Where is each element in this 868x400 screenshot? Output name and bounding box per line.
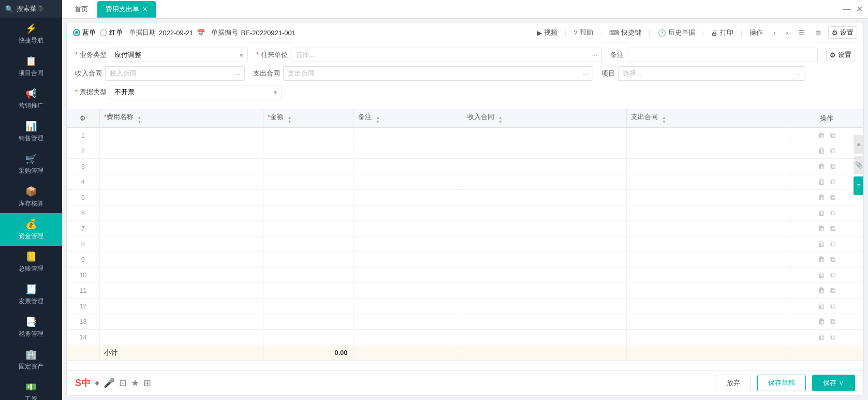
sidebar-item-salary[interactable]: 💵 工资 (0, 376, 62, 400)
sidebar-item-invoice[interactable]: 🧾 发票管理 (0, 278, 62, 311)
expense-name-cell-13[interactable] (99, 314, 263, 330)
income-contract-cell-12[interactable] (463, 299, 627, 314)
income-contract-cell-1[interactable] (463, 128, 627, 143)
amount-cell-11[interactable] (263, 283, 354, 299)
star-icon[interactable]: ★ (131, 377, 139, 389)
note-cell-5[interactable] (354, 190, 463, 205)
sidebar-item-project-contract[interactable]: 📋 项目合同 (0, 50, 62, 83)
expense-contract-input[interactable]: 支出合同 ··· (283, 66, 593, 81)
sidebar-item-accounting[interactable]: 📒 总账管理 (0, 246, 62, 278)
save-draft-button[interactable]: 保存草稿 (757, 375, 806, 391)
amount-cell-4[interactable] (263, 174, 354, 190)
sidebar-search[interactable]: 🔍 搜索菜单 (0, 0, 62, 18)
diamond-icon[interactable]: ♦ (95, 378, 99, 389)
copy-icon-13[interactable]: ⧉ (830, 317, 835, 325)
note-input[interactable] (627, 48, 818, 62)
delete-icon-4[interactable]: 🗑 (818, 177, 825, 186)
calendar-icon[interactable]: 📅 (197, 29, 205, 37)
amount-cell-1[interactable] (263, 128, 354, 143)
income-contract-cell-2[interactable] (463, 143, 627, 159)
copy-icon-3[interactable]: ⧉ (830, 162, 835, 170)
income-contract-input[interactable]: 收入合同 ··· (105, 66, 245, 81)
income-contract-cell-9[interactable] (463, 252, 627, 268)
income-contract-cell-8[interactable] (463, 236, 627, 252)
delete-icon-9[interactable]: 🗑 (818, 255, 825, 263)
copy-icon-8[interactable]: ⧉ (830, 240, 835, 248)
note-cell-2[interactable] (354, 143, 463, 159)
sidebar-item-inventory[interactable]: 📦 库存核算 (0, 181, 62, 213)
sidebar-item-tax[interactable]: 📑 税务管理 (0, 311, 62, 344)
delete-icon-2[interactable]: 🗑 (818, 146, 825, 155)
close-button[interactable]: ✕ (855, 3, 864, 15)
partner-input[interactable]: 选择... ··· (291, 48, 602, 62)
expense-contract-cell-5[interactable] (627, 190, 790, 205)
sidebar-item-procurement[interactable]: 🛒 采购管理 (0, 148, 62, 181)
sort-income-icon[interactable]: ▲▼ (498, 116, 503, 124)
col-settings-header[interactable]: ⚙ (67, 109, 99, 128)
copy-icon-7[interactable]: ⧉ (830, 224, 835, 232)
note-cell-8[interactable] (354, 236, 463, 252)
expense-contract-cell-1[interactable] (627, 128, 790, 143)
expense-name-cell-10[interactable] (99, 268, 263, 283)
tab-close-expense[interactable]: ✕ (142, 6, 148, 13)
expense-name-cell-7[interactable] (99, 221, 263, 236)
sidebar-item-quick-nav[interactable]: ⚡ 快捷导航 (0, 18, 62, 50)
amount-cell-7[interactable] (263, 221, 354, 236)
note-cell-7[interactable] (354, 221, 463, 236)
set-button-right[interactable]: ⚙ 设置 (826, 49, 855, 61)
delete-icon-7[interactable]: 🗑 (818, 224, 825, 232)
save-button[interactable]: 保存 ∨ (812, 375, 855, 391)
nav-prev-button[interactable]: ‹ (770, 28, 778, 38)
expense-name-cell-11[interactable] (99, 283, 263, 299)
discard-button[interactable]: 放弃 (716, 375, 751, 391)
history-button[interactable]: 🕐 历史单据 (655, 27, 698, 38)
sidebar-item-capital[interactable]: 💰 资金管理 (0, 213, 62, 246)
expense-name-cell-1[interactable] (99, 128, 263, 143)
income-contract-cell-6[interactable] (463, 205, 627, 221)
note-cell-6[interactable] (354, 205, 463, 221)
income-contract-cell-3[interactable] (463, 159, 627, 174)
delete-icon-5[interactable]: 🗑 (818, 193, 825, 201)
view-list-button[interactable]: ☰ (796, 28, 808, 38)
copy-icon-1[interactable]: ⧉ (830, 131, 835, 139)
income-contract-cell-11[interactable] (463, 283, 627, 299)
note-cell-1[interactable] (354, 128, 463, 143)
note-cell-3[interactable] (354, 159, 463, 174)
expense-contract-cell-7[interactable] (627, 221, 790, 236)
print-button[interactable]: 🖨 打印 (708, 27, 737, 38)
sidebar-item-sales[interactable]: 📊 销售管理 (0, 115, 62, 148)
delete-icon-14[interactable]: 🗑 (818, 333, 825, 341)
copy-icon-14[interactable]: ⧉ (830, 333, 835, 341)
copy-icon-11[interactable]: ⧉ (830, 286, 835, 294)
note-cell-14[interactable] (354, 330, 463, 345)
copy-icon-9[interactable]: ⧉ (830, 255, 835, 263)
mic-icon[interactable]: 🎤 (104, 377, 115, 389)
amount-cell-12[interactable] (263, 299, 354, 314)
number-value[interactable]: BE-20220921-001 (241, 29, 296, 37)
project-input[interactable]: 选择... ··· (618, 66, 805, 81)
edge-button-1[interactable]: ≡ (854, 135, 864, 154)
copy-icon-5[interactable]: ⧉ (830, 193, 835, 201)
income-contract-cell-14[interactable] (463, 330, 627, 345)
amount-cell-5[interactable] (263, 190, 354, 205)
expense-contract-cell-11[interactable] (627, 283, 790, 299)
note-cell-9[interactable] (354, 252, 463, 268)
expense-name-cell-14[interactable] (99, 330, 263, 345)
delete-icon-11[interactable]: 🗑 (818, 286, 825, 294)
delete-icon-6[interactable]: 🗑 (818, 209, 825, 217)
expense-contract-cell-4[interactable] (627, 174, 790, 190)
amount-cell-10[interactable] (263, 268, 354, 283)
expense-contract-cell-10[interactable] (627, 268, 790, 283)
expense-contract-cell-13[interactable] (627, 314, 790, 330)
note-cell-10[interactable] (354, 268, 463, 283)
amount-cell-2[interactable] (263, 143, 354, 159)
edge-button-3[interactable]: ≡ (854, 176, 864, 195)
amount-cell-13[interactable] (263, 314, 354, 330)
radio-red[interactable]: 红单 (100, 28, 123, 37)
amount-cell-9[interactable] (263, 252, 354, 268)
income-contract-cell-10[interactable] (463, 268, 627, 283)
grid-icon[interactable]: ⊞ (143, 377, 151, 389)
expense-name-cell-6[interactable] (99, 205, 263, 221)
right-settings-button[interactable]: ⚙ 设置 (826, 49, 855, 61)
delete-icon-8[interactable]: 🗑 (818, 240, 825, 248)
